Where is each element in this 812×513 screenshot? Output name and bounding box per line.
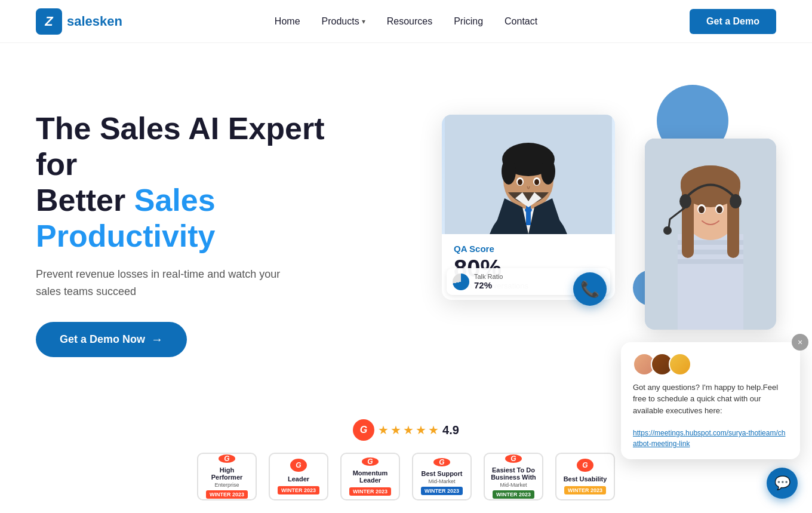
svg-point-11 — [534, 179, 539, 185]
badge-g2-icon: G — [505, 454, 522, 463]
svg-point-27 — [716, 206, 722, 213]
hero-left: The Sales AI Expert for Better Sales Pro… — [36, 111, 370, 357]
arrow-icon: → — [151, 333, 163, 346]
hero-woman-image — [645, 139, 776, 330]
star-4: ★ — [416, 423, 426, 437]
badge-g2-icon: G — [290, 459, 307, 472]
badge-g2-icon: G — [219, 454, 235, 463]
badge-year: WINTER 2023 — [206, 490, 248, 499]
chat-avatars — [633, 353, 788, 376]
chat-button[interactable]: 💬 — [767, 468, 798, 499]
star-2: ★ — [390, 423, 401, 437]
hero-card-image — [442, 115, 615, 234]
chat-icon: 💬 — [774, 475, 791, 491]
hero-cta-button[interactable]: Get a Demo Now → — [36, 322, 187, 357]
badge-momentum-leader: G Momentum Leader WINTER 2023 — [340, 453, 400, 500]
navbar: salesken Home Products ▾ Resources Prici… — [0, 0, 812, 43]
woman-illustration — [645, 139, 776, 330]
badge-best-support: G Best Support Mid-Market WINTER 2023 — [412, 453, 472, 500]
chat-bubble-popup: × Got any questions? I'm happy to help.F… — [621, 342, 800, 460]
logo-text-ken: ken — [100, 14, 122, 29]
badge-title: Leader — [288, 475, 309, 483]
svg-point-29 — [730, 194, 742, 208]
badge-year: WINTER 2023 — [421, 487, 463, 495]
badge-easiest: G Easiest To Do Business With Mid-Market… — [484, 453, 543, 500]
chat-close-button[interactable]: × — [792, 334, 808, 351]
nav-resources[interactable]: Resources — [387, 16, 432, 27]
badge-title: Best Support — [421, 470, 462, 477]
hero-subtitle: Prevent revenue losses in real-time and … — [36, 266, 299, 300]
badge-title: Momentum Leader — [346, 469, 394, 484]
nav-products-label[interactable]: Products — [322, 16, 359, 27]
svg-point-10 — [518, 179, 522, 185]
badge-sub: Enterprise — [214, 482, 239, 488]
svg-point-7 — [541, 158, 555, 185]
badge-high-performer: G High Performer Enterprise WINTER 2023 — [197, 453, 257, 500]
badge-title: Best Usability — [564, 475, 607, 483]
svg-point-26 — [699, 206, 705, 213]
nav-products[interactable]: Products ▾ — [322, 16, 365, 27]
star-rating: ★ ★ ★ ★ ★ — [378, 423, 439, 437]
badge-title: Easiest To Do Business With — [490, 466, 537, 481]
nav-contact[interactable]: Contact — [505, 16, 537, 27]
logo-text-sales: sales — [67, 14, 100, 29]
hero-title-line1: The Sales AI Expert for — [36, 111, 325, 182]
chat-message: Got any questions? I'm happy to help.Fee… — [633, 382, 788, 417]
hero-woman-card — [645, 139, 776, 330]
badge-year: WINTER 2023 — [278, 486, 319, 494]
svg-point-23 — [681, 165, 740, 201]
svg-rect-17 — [678, 259, 743, 264]
badge-sub: Mid-Market — [428, 478, 455, 484]
badge-g2-icon: G — [577, 459, 593, 472]
chat-link[interactable]: https://meetings.hubspot.com/surya-thoti… — [633, 429, 785, 448]
badge-year: WINTER 2023 — [564, 486, 606, 494]
nav-home[interactable]: Home — [275, 16, 300, 27]
svg-point-30 — [663, 226, 672, 235]
rating-number: 4.9 — [442, 423, 459, 437]
g2-logo-icon: G — [353, 419, 374, 441]
badge-sub: Mid-Market — [500, 482, 527, 488]
nav-links: Home Products ▾ Resources Pricing Contac… — [275, 16, 537, 27]
badge-year: WINTER 2023 — [349, 487, 391, 496]
hero-title-line2: Better — [36, 183, 134, 217]
badge-best-usability: G Best Usability WINTER 2023 — [555, 453, 615, 500]
talk-ratio-value: 72% — [474, 280, 503, 290]
badge-year: WINTER 2023 — [493, 490, 534, 499]
phone-icon: 📞 — [573, 272, 607, 306]
pie-chart-icon — [453, 274, 469, 290]
chevron-down-icon: ▾ — [362, 17, 365, 26]
logo-icon — [36, 8, 62, 35]
avatar-3 — [669, 353, 691, 376]
qa-score-label: QA Score — [454, 244, 603, 254]
man-illustration — [445, 115, 612, 234]
badge-title: High Performer — [203, 466, 251, 481]
logo[interactable]: salesken — [36, 8, 122, 35]
star-1: ★ — [378, 423, 389, 437]
star-3: ★ — [403, 423, 414, 437]
svg-point-6 — [502, 158, 516, 185]
svg-point-28 — [679, 194, 691, 208]
talk-ratio-label: Talk Ratio — [474, 273, 503, 280]
badge-leader: G Leader WINTER 2023 — [269, 453, 328, 500]
star-half: ★ — [428, 423, 439, 437]
badge-g2-icon: G — [433, 458, 450, 466]
logo-text: salesken — [67, 14, 122, 29]
badges-container: G High Performer Enterprise WINTER 2023 … — [36, 453, 776, 500]
nav-cta-button[interactable]: Get a Demo — [690, 9, 776, 34]
nav-pricing[interactable]: Pricing — [454, 16, 483, 27]
badge-g2-icon: G — [362, 457, 379, 466]
hero-cta-label: Get a Demo Now — [60, 333, 145, 346]
hero-title: The Sales AI Expert for Better Sales Pro… — [36, 111, 370, 254]
